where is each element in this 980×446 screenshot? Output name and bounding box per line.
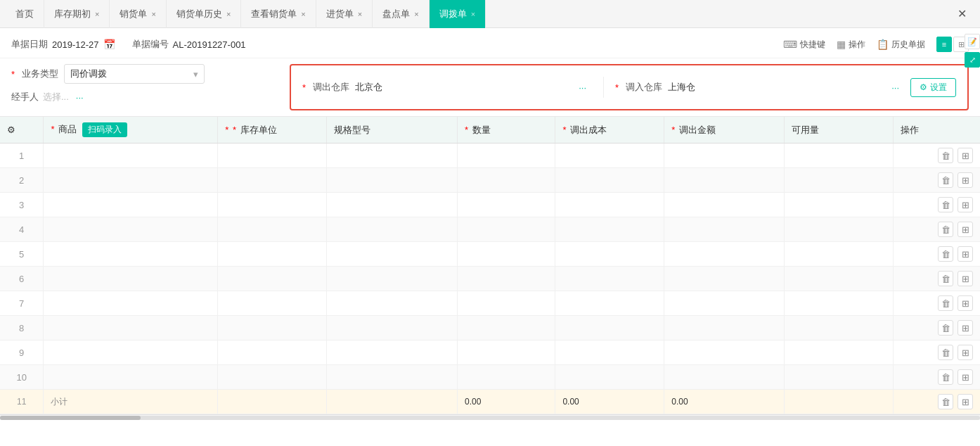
amount-cell[interactable] [664,144,784,168]
tab-inventory-init[interactable]: 库存期初 × [44,0,110,28]
spec-cell[interactable] [327,144,458,168]
qty-cell[interactable] [458,340,555,365]
unit-cell[interactable] [218,316,327,340]
product-cell[interactable] [44,365,218,390]
unit-cell[interactable] [218,340,327,365]
tab-view-sales[interactable]: 查看销货单 × [241,0,316,28]
copy-icon[interactable]: ⊞ [958,197,973,212]
unit-cell[interactable] [218,168,327,193]
cost-cell[interactable] [555,267,664,291]
unit-cell[interactable] [218,217,327,242]
product-cell[interactable] [44,291,218,316]
qty-cell[interactable] [458,291,555,316]
copy-icon[interactable]: ⊞ [958,246,973,262]
amount-cell[interactable] [664,193,784,217]
copy-icon[interactable]: ⊞ [958,148,973,163]
spec-cell[interactable] [327,193,458,217]
copy-icon[interactable]: ⊞ [958,222,973,237]
qty-cell[interactable] [458,193,555,217]
delete-icon[interactable]: 🗑 [938,172,953,188]
tab-sales-order[interactable]: 销货单 × [110,0,166,28]
operation-button[interactable]: ▦ 操作 [837,39,865,51]
warehouse-in-more-dots[interactable]: ··· [886,82,905,93]
delete-icon[interactable]: 🗑 [938,369,953,385]
qty-cell[interactable] [458,168,555,193]
amount-cell[interactable] [664,291,784,316]
amount-cell[interactable] [664,316,784,340]
tab-transfer[interactable]: 调拨单 × [430,0,486,28]
product-cell[interactable] [44,267,218,291]
cost-cell[interactable] [555,144,664,168]
tab-sales-history[interactable]: 销货单历史 × [167,0,241,28]
unit-cell[interactable] [218,193,327,217]
sidebar-expand-icon[interactable]: ⤢ [965,52,980,68]
tab-close-sales-order[interactable]: × [151,10,155,18]
amount-cell[interactable] [664,340,784,365]
delete-icon[interactable]: 🗑 [938,345,953,360]
settings-button[interactable]: ⚙ 设置 [910,78,956,97]
spec-cell[interactable] [327,316,458,340]
cost-cell[interactable] [555,168,664,193]
warehouse-out-more-dots[interactable]: ··· [573,82,592,93]
amount-cell[interactable] [664,365,784,390]
spec-cell[interactable] [327,168,458,193]
spec-cell[interactable] [327,291,458,316]
col-header-gear[interactable]: ⚙ [0,117,44,144]
copy-icon[interactable]: ⊞ [958,394,973,409]
tab-close-view-sales[interactable]: × [301,10,305,18]
calendar-icon[interactable]: 📅 [103,39,115,50]
sidebar-note-icon[interactable]: 📝 [965,34,980,49]
unit-cell[interactable] [218,365,327,390]
unit-cell[interactable] [218,144,327,168]
delete-icon[interactable]: 🗑 [938,271,953,286]
delete-icon[interactable]: 🗑 [938,246,953,262]
shortcut-button[interactable]: ⌨ 快捷键 [783,39,825,51]
scan-entry-button[interactable]: 扫码录入 [82,122,127,137]
tab-close-inventory-check[interactable]: × [414,10,418,18]
product-cell[interactable] [44,193,218,217]
qty-cell[interactable] [458,217,555,242]
cost-cell[interactable] [555,340,664,365]
business-type-select[interactable]: 同价调拨 ▾ [64,64,205,84]
unit-cell[interactable] [218,291,327,316]
delete-icon[interactable]: 🗑 [938,197,953,212]
copy-icon[interactable]: ⊞ [958,295,973,311]
history-button[interactable]: 📋 历史单据 [877,39,925,51]
cost-cell[interactable] [555,193,664,217]
amount-cell[interactable] [664,267,784,291]
amount-cell[interactable] [664,242,784,267]
product-cell[interactable] [44,144,218,168]
qty-cell[interactable] [458,242,555,267]
amount-cell[interactable] [664,217,784,242]
unit-cell[interactable] [218,242,327,267]
cost-cell[interactable] [555,217,664,242]
cost-cell[interactable] [555,316,664,340]
scroll-thumb[interactable] [0,416,141,420]
person-more-dots[interactable]: ··· [76,92,84,103]
cost-cell[interactable] [555,291,664,316]
product-cell[interactable] [44,242,218,267]
window-close-button[interactable]: ✕ [949,0,974,28]
tab-close-transfer[interactable]: × [471,10,475,18]
tab-purchase-order[interactable]: 进货单 × [316,0,373,28]
delete-icon[interactable]: 🗑 [938,320,953,336]
tab-close-inventory-init[interactable]: × [95,10,99,18]
person-placeholder[interactable]: 选择... [43,91,69,103]
cost-cell[interactable] [555,242,664,267]
spec-cell[interactable] [327,242,458,267]
delete-icon[interactable]: 🗑 [938,394,953,409]
delete-icon[interactable]: 🗑 [938,295,953,311]
product-cell[interactable] [44,168,218,193]
qty-cell[interactable] [458,365,555,390]
amount-cell[interactable] [664,168,784,193]
spec-cell[interactable] [327,267,458,291]
tab-close-purchase-order[interactable]: × [358,10,362,18]
tab-inventory-check[interactable]: 盘点单 × [373,0,429,28]
delete-icon[interactable]: 🗑 [938,148,953,163]
qty-cell[interactable] [458,316,555,340]
copy-icon[interactable]: ⊞ [958,271,973,286]
product-cell[interactable] [44,217,218,242]
copy-icon[interactable]: ⊞ [958,345,973,360]
tab-close-sales-history[interactable]: × [226,10,231,18]
copy-icon[interactable]: ⊞ [958,320,973,336]
